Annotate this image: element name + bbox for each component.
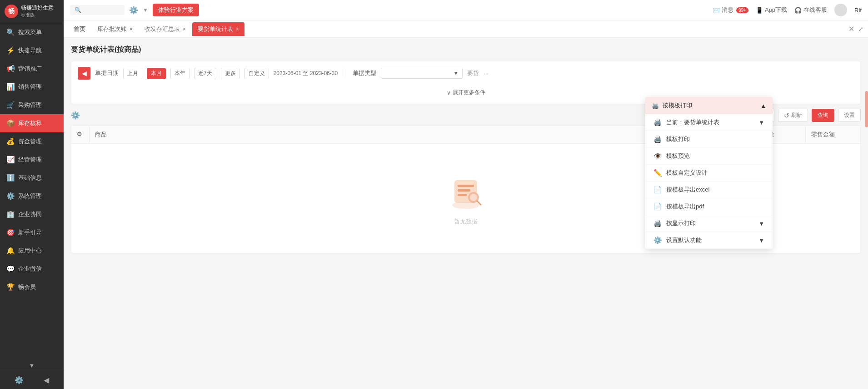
refresh-button[interactable]: ↺ 刷新 [778,109,808,122]
filter-collapse-btn[interactable]: ◀ [78,67,90,80]
settings-icon[interactable]: ⚙️ [15,376,24,384]
message-icon: ✉️ [713,7,720,14]
order-type-select[interactable]: ▼ [381,68,463,79]
tab-batch-close[interactable]: × [130,26,133,32]
sidebar-item-apps[interactable]: 🔔 应用中心 [0,242,64,260]
dropdown-close-icon[interactable]: ▲ [760,102,766,109]
date-label: 单据日期 [95,69,119,77]
sales-icon: 📊 [6,83,15,91]
display-print-label: 按显示打印 [666,219,696,227]
sidebar-item-wechat[interactable]: 💬 企业微信 [0,260,64,278]
tab-order-label: 要货单统计表 [198,25,233,33]
logo-icon: 畅 [5,5,18,18]
print-dropdown-menu: 🖨️ 按模板打印 ▲ 🖨️ 当前：要货单统计表 ▼ 🖨️ 模板打印 👁️ 模板预… [645,97,773,249]
page-content: 要货单统计表(按商品) ◀ 单据日期 上月 本月 本年 近7天 更多 自定义 2… [64,38,868,389]
date-btn-last-month[interactable]: 上月 [123,68,142,79]
dropdown-default-func[interactable]: ⚙️ 设置默认功能 ▼ [645,232,773,249]
basic-icon: ℹ️ [6,174,15,182]
online-service-button[interactable]: 🎧 在线客服 [794,6,827,14]
date-btn-more[interactable]: 更多 [221,68,240,79]
date-btn-this-month[interactable]: 本月 [147,68,166,79]
topbar-settings-icon[interactable]: ⚙️ [129,6,138,15]
nav-label-purchase: 采购管理 [18,101,42,109]
phone-icon: 📱 [756,7,763,14]
message-button[interactable]: ✉️ 消息 99+ [713,6,748,14]
scroll-indicator[interactable] [865,91,868,127]
sidebar-item-basic[interactable]: ℹ️ 基础信息 [0,169,64,187]
svg-point-6 [470,194,477,201]
nav-label-shortcut: 快捷导航 [18,46,42,55]
sidebar-item-guide[interactable]: 🎯 新手引导 [0,223,64,242]
message-badge: 99+ [736,7,748,13]
tab-order-close[interactable]: × [236,26,239,32]
sidebar-item-sales[interactable]: 📊 销售管理 [0,78,64,96]
nav-label-sales: 销售管理 [18,83,42,91]
dropdown-print-icon: 🖨️ [652,102,659,109]
sidebar-item-marketing[interactable]: 📢 营销推广 [0,60,64,78]
date-btn-7days[interactable]: 近7天 [194,68,216,79]
dropdown-template-design[interactable]: ✏️ 模板自定义设计 [645,165,773,182]
display-print-arrow-icon: ▼ [758,220,764,227]
dropdown-export-excel[interactable]: 📄 按模板导出excel [645,182,773,198]
sidebar-item-search[interactable]: 🔍 搜索菜单 [0,23,64,41]
page-title: 要货单统计表(按商品) [71,45,861,55]
sidebar-scroll-down[interactable]: ▼ [0,360,64,371]
sidebar-item-operation[interactable]: 📈 经营管理 [0,151,64,169]
tab-collect-summary[interactable]: 收发存汇总表 × [139,22,191,36]
toggle-icon[interactable]: ◀ [44,376,49,384]
tab-batch-account[interactable]: 库存批次账 × [92,22,138,36]
nav-label-guide: 新手引导 [18,228,42,237]
sidebar-item-inventory[interactable]: 📦 库存核算 [0,114,64,132]
dropdown-template-print[interactable]: 🖨️ 模板打印 [645,131,773,148]
filter-divider [345,69,345,78]
dropdown-export-pdf[interactable]: 📄 按模板导出pdf [645,198,773,215]
tab-collect-close[interactable]: × [183,26,186,32]
nav-label-enterprise: 企业协同 [18,210,42,218]
sidebar-item-enterprise[interactable]: 🏢 企业协同 [0,205,64,223]
search-icon: 🔍 [6,28,15,36]
col-settings[interactable]: ⚙ [71,126,90,143]
online-service-label: 在线客服 [803,6,827,14]
sidebar-item-purchase[interactable]: 🛒 采购管理 [0,96,64,114]
tab-order-stats[interactable]: 要货单统计表 × [192,22,244,36]
inventory-icon: 📦 [6,119,15,127]
sidebar-item-system[interactable]: ⚙️ 系统管理 [0,187,64,205]
dropdown-arrow-icon[interactable]: ▼ [143,7,148,13]
sidebar-item-shortcut[interactable]: ⚡ 快捷导航 [0,41,64,60]
guide-icon: 🎯 [6,228,15,237]
dropdown-template-preview[interactable]: 👁️ 模板预览 [645,148,773,165]
order-type-label: 单据类型 [353,69,376,77]
gear-settings-icon[interactable]: ⚙️ [71,111,80,119]
settings-button[interactable]: 设置 [838,109,861,122]
sidebar-bottom: ⚙️ ◀ [0,371,64,389]
dropdown-display-print[interactable]: 🖨️ 按显示打印 ▼ [645,215,773,232]
default-func-icon: ⚙️ [653,236,662,244]
expand-more-btn[interactable]: ∨ 展开更多条件 [442,87,490,98]
display-print-icon: 🖨️ [653,219,662,227]
template-preview-label: 模板预览 [666,152,690,160]
empty-text: 暂无数据 [454,217,478,226]
col-retail-amount: 零售金额 [806,126,860,143]
date-range-display: 2023-06-01 至 2023-06-30 [274,70,338,77]
tab-collect-label: 收发存汇总表 [145,25,180,33]
close-window-icon[interactable]: ✕ [848,25,854,33]
member-icon: 🏆 [6,283,15,291]
message-label: 消息 [722,6,733,14]
col-product: 商品 [90,126,697,143]
query-button[interactable]: 查询 [812,109,834,122]
maximize-icon[interactable]: ⤢ [858,25,863,33]
tab-home[interactable]: 首页 [68,22,91,36]
app-download-button[interactable]: 📱 App下载 [756,6,787,14]
preview-icon: 👁️ [653,152,662,160]
date-btn-custom[interactable]: 自定义 [244,68,269,79]
topbar-search[interactable]: 🔍 [70,5,125,15]
user-avatar[interactable] [834,4,847,16]
tab-bar: 首页 库存批次账 × 收发存汇总表 × 要货单统计表 × ✕ ⤢ [64,20,868,38]
current-chevron-icon: ▼ [758,119,764,126]
date-btn-this-year[interactable]: 本年 [170,68,190,79]
sidebar-item-finance[interactable]: 💰 资金管理 [0,132,64,151]
trial-button[interactable]: 体验行业方案 [153,4,199,16]
expand-label: 展开更多条件 [453,89,485,96]
sidebar-item-member[interactable]: 🏆 畅会员 [0,278,64,296]
dropdown-current-item[interactable]: 🖨️ 当前：要货单统计表 ▼ [645,114,773,131]
